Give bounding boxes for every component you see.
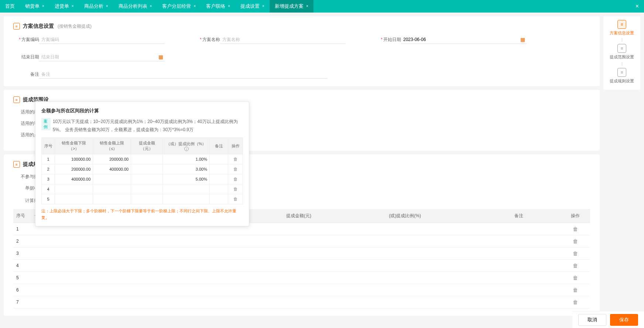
col-ratio: (或)提成比例(%) (386, 209, 511, 223)
cell[interactable] (158, 272, 283, 284)
delete-icon[interactable]: 🗑 (573, 238, 578, 244)
close-icon[interactable]: × (42, 0, 44, 13)
delete-icon[interactable]: 🗑 (573, 250, 578, 256)
start-date-input[interactable] (401, 35, 527, 44)
close-icon[interactable]: × (228, 0, 230, 13)
side-nav-icon: ≡ (617, 20, 626, 29)
cell[interactable] (511, 235, 561, 247)
cell[interactable] (32, 284, 158, 296)
side-nav-item[interactable]: ≡提成范围设置 (605, 44, 639, 60)
delete-icon[interactable]: 🗑 (573, 226, 578, 232)
tab[interactable]: 商品分析× (79, 0, 113, 13)
cell[interactable] (158, 235, 283, 247)
close-icon[interactable]: × (262, 0, 264, 13)
table-row[interactable]: 3🗑 (13, 247, 590, 260)
popover-table: 序号 销售金额下限（>） 销售金额上限（≤） 提成金额（元） （或）提成比例（%… (41, 137, 243, 204)
cell-lower: 400000.00 (55, 174, 93, 184)
cell[interactable] (386, 260, 511, 272)
delete-icon[interactable]: 🗑 (573, 287, 578, 293)
tab-label: 商品分析列表 (119, 0, 147, 13)
cell-ratio (162, 184, 209, 194)
tab[interactable]: 新增提成方案× (270, 0, 314, 13)
delete-icon[interactable]: 🗑 (573, 263, 578, 269)
tab[interactable]: 客户分层经营× (157, 0, 201, 13)
panel-title: 方案信息设置 (23, 23, 54, 30)
col-no: 序号 (13, 209, 32, 223)
side-nav-item[interactable]: ≡方案信息设置 (605, 20, 639, 36)
cell[interactable] (158, 247, 283, 260)
cell[interactable] (283, 284, 386, 296)
side-nav-item[interactable]: ≡提成规则设置 (605, 68, 639, 84)
delete-icon[interactable]: 🗑 (233, 167, 238, 172)
save-button[interactable]: 保存 (610, 314, 638, 326)
cell[interactable] (511, 272, 561, 284)
delete-icon[interactable]: 🗑 (233, 157, 238, 162)
cell[interactable] (511, 223, 561, 235)
cell[interactable] (283, 247, 386, 260)
cell-upper (93, 174, 131, 184)
tab[interactable]: 客户联络× (201, 0, 235, 13)
tab[interactable]: 商品分析列表× (113, 0, 157, 13)
code-input[interactable] (39, 35, 165, 44)
cell[interactable] (32, 235, 158, 247)
delete-icon[interactable]: 🗑 (573, 275, 578, 281)
table-row[interactable]: 2🗑 (13, 235, 590, 247)
close-icon[interactable]: × (193, 0, 196, 13)
cell[interactable] (158, 260, 283, 272)
cell[interactable] (158, 296, 283, 308)
cell[interactable] (283, 235, 386, 247)
delete-icon[interactable]: 🗑 (233, 187, 238, 192)
delete-icon[interactable]: 🗑 (233, 197, 238, 202)
calendar-icon[interactable]: ▦ (158, 54, 163, 60)
popover-note: 注：上限必须大于下限；多个阶梯时，下一个阶梯下限要等于前一阶梯上限；不同行之间下… (41, 208, 243, 221)
tab[interactable]: 提成设置× (235, 0, 270, 13)
cell[interactable] (158, 284, 283, 296)
delete-icon[interactable]: 🗑 (233, 177, 238, 182)
close-icon[interactable]: × (72, 0, 74, 13)
cell[interactable] (386, 272, 511, 284)
info-icon[interactable]: i (184, 147, 189, 151)
cell[interactable] (511, 284, 561, 296)
cell[interactable] (283, 223, 386, 235)
cell[interactable] (283, 296, 386, 308)
cell[interactable] (32, 272, 158, 284)
cell[interactable] (32, 296, 158, 308)
cancel-button[interactable]: 取消 (578, 314, 606, 326)
close-icon[interactable]: × (150, 0, 152, 13)
cell[interactable] (386, 247, 511, 260)
cell-no: 2 (13, 235, 32, 247)
remark-input[interactable] (39, 70, 327, 79)
cell[interactable] (386, 284, 511, 296)
delete-icon[interactable]: 🗑 (573, 299, 578, 305)
cell-op: 🗑 (561, 247, 590, 260)
calendar-icon[interactable]: ▦ (520, 37, 525, 42)
side-nav-connector (622, 38, 622, 42)
tab[interactable]: 首页 (0, 0, 20, 13)
table-row[interactable]: 6🗑 (13, 284, 590, 296)
cell-amount (131, 164, 163, 174)
table-row[interactable]: 7🗑 (13, 296, 590, 308)
close-icon[interactable]: × (106, 0, 108, 13)
cell[interactable] (511, 247, 561, 260)
table-row[interactable]: 4🗑 (13, 260, 590, 272)
cell-lower (55, 194, 93, 204)
cell[interactable] (386, 296, 511, 308)
cell[interactable] (386, 235, 511, 247)
cell[interactable] (511, 296, 561, 308)
calc-rule-popover: 全额参与所在区间段的计算 案例 10万元以下无提成；10~20万元提成比例为1%… (35, 101, 249, 226)
cell[interactable] (32, 260, 158, 272)
cell[interactable] (32, 247, 158, 260)
side-nav-connector (622, 62, 622, 66)
cell[interactable] (386, 223, 511, 235)
table-row[interactable]: 5🗑 (13, 272, 590, 284)
tab[interactable]: 销货单× (20, 0, 49, 13)
end-date-input[interactable] (39, 53, 165, 61)
cell[interactable] (283, 260, 386, 272)
cell[interactable] (283, 272, 386, 284)
close-all-tabs-button[interactable]: × (630, 3, 644, 10)
end-date-label: 结束日期 (13, 54, 39, 60)
close-icon[interactable]: × (306, 0, 308, 13)
name-input[interactable] (220, 35, 346, 44)
tab[interactable]: 进货单× (49, 0, 79, 13)
cell[interactable] (511, 260, 561, 272)
